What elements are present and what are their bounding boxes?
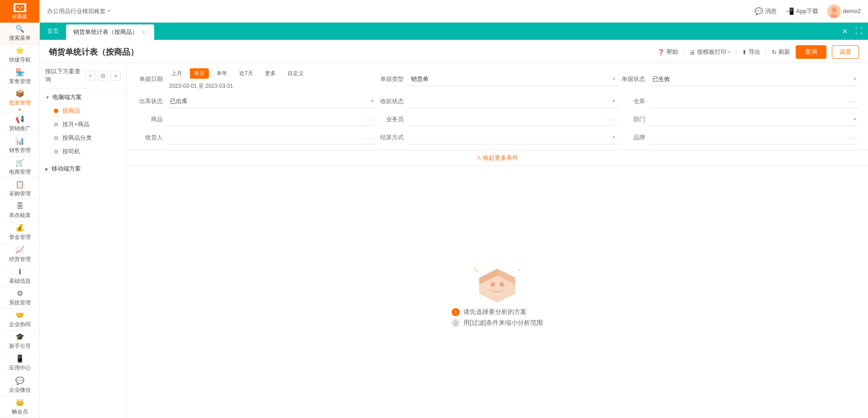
settings-button[interactable]: 设置 <box>832 45 859 59</box>
doc-type-filter[interactable]: 销货单 <box>408 72 618 86</box>
date-range-value: 2023-03-01 至 2023-03-31 <box>169 82 233 90</box>
wechat-icon: 💬 <box>15 376 24 385</box>
date-selector: 上月 本月 本年 近7天 更多 自定义 2023-03-01 至 2023-03… <box>167 68 377 90</box>
sidebar: 标胤版 🔍 搜索菜单 ⭐ 快捷导航 🏪 零售管理 📦 批发管理 ▲ 📢 营销推广… <box>0 0 40 418</box>
brand-filter[interactable]: ··· <box>650 131 859 144</box>
sidebar-item-label: 畅会员 <box>12 408 28 416</box>
tree-item-by-product[interactable]: 按商品 <box>40 104 126 118</box>
message-btn[interactable]: 💬 消息 <box>755 7 777 15</box>
system-icon: ⚙ <box>17 289 23 298</box>
tab-actions: ✕ ⛶ <box>839 26 868 37</box>
collapse-filters-btn[interactable]: ∧ 收起更多条件 <box>127 150 868 166</box>
app-download-btn[interactable]: 📲 App下载 <box>786 7 818 15</box>
sidebar-item-search[interactable]: 🔍 搜索菜单 <box>0 23 39 44</box>
tree-item-label: 按司机 <box>62 147 80 156</box>
sidebar-item-basic[interactable]: ℹ 基础信息 <box>0 266 39 287</box>
settings-scheme-btn[interactable]: ⚙ <box>98 71 108 81</box>
tab-sales-stats[interactable]: 销货单统计表（按商品） × <box>66 24 154 40</box>
tree-group-desktop-header[interactable]: ▼ 电脑端方案 <box>40 90 126 104</box>
salesperson-filter[interactable]: ··· <box>408 113 618 126</box>
app-logo[interactable]: 标胤版 <box>0 0 39 23</box>
tree-group-mobile: ▶ 移动端方案 <box>40 160 126 177</box>
search-icon: 🔍 <box>15 24 24 33</box>
tab-close-icon[interactable]: × <box>141 29 147 35</box>
sidebar-item-purchase[interactable]: 📋 采购管理 <box>0 178 39 200</box>
date-btn-this-month[interactable]: 本月 <box>190 68 209 79</box>
sidebar-item-guide[interactable]: 🎓 新手引导 <box>0 331 39 352</box>
table-icon-2: ⊞ <box>52 134 60 142</box>
sidebar-item-member[interactable]: 👑 畅会员 <box>0 396 39 418</box>
app-download-label: App下载 <box>796 7 818 15</box>
tree-item-by-driver[interactable]: ⊞ 按司机 <box>40 145 126 158</box>
refresh-btn[interactable]: ↻ 刷新 <box>772 48 790 56</box>
tree-group-label: 移动端方案 <box>52 165 81 173</box>
payment-status-filter[interactable] <box>408 95 618 108</box>
export-btn[interactable]: ⬆ 导出 <box>742 48 760 56</box>
sidebar-item-operation[interactable]: 📈 经营管理 <box>0 244 39 266</box>
department-filter[interactable] <box>650 113 859 126</box>
doc-status-filter[interactable]: 已生效 <box>650 72 859 86</box>
add-scheme-btn[interactable]: + <box>85 71 95 81</box>
help-btn[interactable]: ❓ 帮助 <box>657 48 678 56</box>
help-icon: ❓ <box>657 49 665 56</box>
settlement-filter[interactable] <box>408 131 618 144</box>
sidebar-item-ecommerce[interactable]: 🛒 电商管理 <box>0 157 39 178</box>
sidebar-item-quicknav[interactable]: ⭐ 快捷导航 <box>0 44 39 66</box>
tree-item-by-category[interactable]: ⊞ 按商品分类 <box>40 131 126 145</box>
maximize-icon[interactable]: ⛶ <box>854 26 864 37</box>
warehouse-label: 仓库 <box>618 97 650 105</box>
industry-selector[interactable]: 办公用品行业模拟账套 ▾ <box>47 7 110 15</box>
warehouse-filter[interactable]: ··· <box>650 95 859 108</box>
stock-status-filter[interactable]: 已出库 <box>167 95 377 108</box>
page-title: 销货单统计表（按商品） <box>49 47 138 57</box>
sidebar-item-retail[interactable]: 🏪 零售管理 <box>0 66 39 88</box>
date-filter[interactable]: 上月 本月 本年 近7天 更多 自定义 2023-03-01 至 2023-03… <box>167 68 377 90</box>
collapse-label: ∧ 收起更多条件 <box>476 154 519 162</box>
sidebar-item-appcenter[interactable]: 📱 应用中心 <box>0 352 39 374</box>
sidebar-item-label: 批发管理 <box>9 99 31 107</box>
doc-type-label: 单据类型 <box>377 75 408 83</box>
tree-item-by-month-product[interactable]: ⊞ 按月+商品 <box>40 118 126 131</box>
industry-label: 办公用品行业模拟账套 <box>47 7 106 15</box>
sidebar-item-marketing[interactable]: 📢 营销推广 <box>0 113 39 135</box>
collapse-panel-btn[interactable]: « <box>111 71 121 81</box>
date-btn-this-year[interactable]: 本年 <box>212 68 231 79</box>
print-btn[interactable]: 🖨 按模板打印 ▾ <box>689 48 731 56</box>
top-header: 办公用品行业模拟账套 ▾ 💬 消息 📲 App下载 <box>40 0 868 23</box>
product-filter[interactable]: ··· <box>167 113 377 126</box>
tab-home[interactable]: 首页 <box>40 23 66 40</box>
expand-arrow-icon: ▼ <box>45 95 50 100</box>
query-button[interactable]: 查询 <box>796 45 826 59</box>
sidebar-item-system[interactable]: ⚙ 系统管理 <box>0 287 39 309</box>
left-panel-header: 按以下方案查询 + ⚙ « <box>40 63 126 89</box>
settlement-label: 结算方式 <box>377 133 408 142</box>
sidebar-item-wechat[interactable]: 💬 企业微信 <box>0 375 39 396</box>
sidebar-item-wholesale[interactable]: 📦 批发管理 ▲ <box>0 88 39 113</box>
main-area: 办公用品行业模拟账套 ▾ 💬 消息 📲 App下载 <box>40 0 868 418</box>
export-icon: ⬆ <box>742 49 747 56</box>
empty-tip-1: 1 请先选择要分析的方案 <box>452 308 543 316</box>
date-btn-last-month[interactable]: 上月 <box>167 68 186 79</box>
svg-point-4 <box>54 109 58 113</box>
guide-icon: 🎓 <box>15 332 24 341</box>
sidebar-item-label: 资金管理 <box>9 233 31 241</box>
date-btn-custom[interactable]: 自定义 <box>283 68 308 79</box>
doc-status-label: 单据状态 <box>618 75 650 83</box>
sidebar-item-finance[interactable]: 💰 资金管理 <box>0 222 39 243</box>
date-btn-7days[interactable]: 近7天 <box>235 68 257 79</box>
svg-point-8 <box>491 282 495 287</box>
divider3 <box>766 48 766 56</box>
sidebar-item-enterprise[interactable]: 🤝 企业协同 <box>0 309 39 331</box>
tree-group-mobile-header[interactable]: ▶ 移动端方案 <box>40 162 126 176</box>
sidebar-item-label: 系统管理 <box>9 299 31 307</box>
header-left: 办公用品行业模拟账套 ▾ <box>47 7 110 15</box>
sidebar-item-inventory[interactable]: 🗄 库存核算 <box>0 200 39 222</box>
svg-point-10 <box>476 270 478 272</box>
department-label: 部门 <box>618 115 650 124</box>
user-profile[interactable]: demo2 <box>827 5 861 18</box>
sidebar-item-sales[interactable]: 📊 销售管理 <box>0 135 39 157</box>
date-btn-more[interactable]: 更多 <box>261 68 280 79</box>
header-right: 💬 消息 📲 App下载 demo2 <box>755 5 861 18</box>
recipient-filter[interactable]: ··· <box>167 131 377 144</box>
close-tab-icon[interactable]: ✕ <box>839 26 850 37</box>
